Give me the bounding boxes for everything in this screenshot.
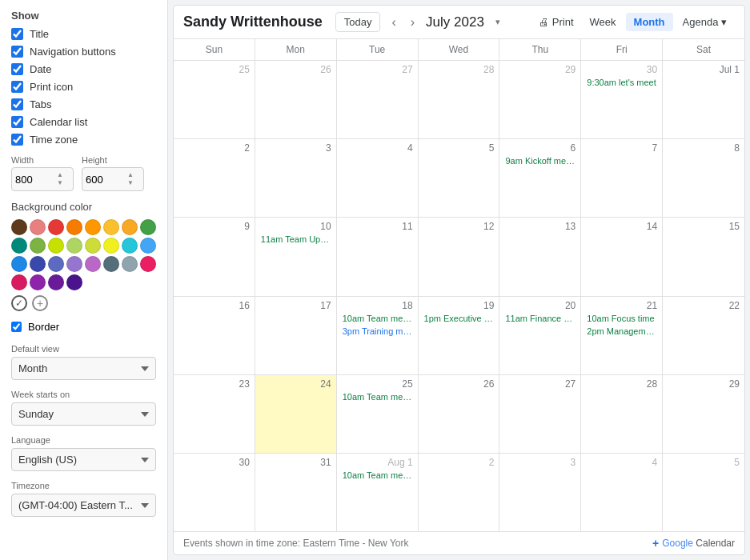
calendar-day-4-3[interactable]: 26	[419, 375, 500, 453]
calendar-day-5-3[interactable]: 2	[419, 454, 500, 531]
calendar-day-2-0[interactable]: 9	[174, 218, 255, 295]
border-checkbox[interactable]	[11, 322, 22, 332]
checkbox-label-tabs[interactable]: Tabs	[30, 98, 51, 110]
checkbox-tabs[interactable]	[11, 98, 23, 110]
color-swatch-3[interactable]	[66, 219, 82, 235]
event-3-2-0[interactable]: 10am Team meeting	[340, 313, 415, 324]
calendar-day-5-0[interactable]: 30	[174, 454, 255, 531]
calendar-day-4-1[interactable]: 24	[255, 375, 337, 453]
calendar-day-2-5[interactable]: 14	[581, 218, 663, 295]
prev-month-button[interactable]: ‹	[388, 14, 399, 31]
calendar-day-2-2[interactable]: 11	[337, 218, 419, 295]
calendar-day-4-5[interactable]: 28	[581, 375, 663, 453]
width-input[interactable]	[15, 174, 55, 186]
calendar-day-4-2[interactable]: 2510am Team meeting	[337, 375, 419, 453]
color-swatch-23[interactable]	[140, 256, 156, 272]
color-swatch-2[interactable]	[48, 219, 64, 235]
color-swatch-24[interactable]	[11, 274, 27, 290]
event-0-5-0[interactable]: 9:30am let's meet	[584, 77, 659, 88]
calendar-day-0-2[interactable]: 27	[337, 61, 419, 138]
color-swatch-13[interactable]	[103, 238, 119, 254]
calendar-day-3-6[interactable]: 22	[663, 297, 744, 374]
timezone-select[interactable]: (GMT-04:00) Eastern T...	[11, 494, 156, 517]
checkbox-label-nav-buttons[interactable]: Navigation buttons	[30, 46, 116, 58]
color-swatch-9[interactable]	[30, 238, 46, 254]
checkbox-nav-buttons[interactable]	[11, 46, 23, 58]
border-label[interactable]: Border	[28, 321, 59, 333]
checkbox-label-title[interactable]: Title	[30, 28, 49, 40]
agenda-view-button[interactable]: Agenda ▾	[675, 13, 735, 31]
calendar-day-0-6[interactable]: Jul 1	[663, 61, 744, 138]
event-3-5-1[interactable]: 2pm Management m	[584, 326, 659, 337]
week-view-button[interactable]: Week	[582, 13, 624, 31]
color-swatch-8[interactable]	[11, 238, 27, 254]
calendar-day-1-1[interactable]: 3	[255, 139, 337, 217]
calendar-day-1-0[interactable]: 2	[174, 139, 255, 217]
calendar-day-2-4[interactable]: 13	[499, 218, 581, 295]
default-view-select[interactable]: Month	[11, 357, 156, 380]
month-year-dropdown[interactable]: ▾	[495, 17, 500, 27]
event-3-3-0[interactable]: 1pm Executive meet	[422, 313, 496, 324]
event-3-4-0[interactable]: 11am Finance call	[503, 313, 577, 324]
color-swatch-5[interactable]	[103, 219, 119, 235]
calendar-day-2-1[interactable]: 1011am Team Update	[255, 218, 337, 295]
checkbox-date[interactable]	[11, 63, 23, 75]
event-4-2-0[interactable]: 10am Team meeting	[340, 391, 415, 402]
event-3-5-0[interactable]: 10am Focus time	[584, 313, 659, 324]
checkbox-time-zone[interactable]	[11, 134, 23, 146]
color-swatch-26[interactable]	[48, 274, 64, 290]
color-swatch-27[interactable]	[66, 274, 82, 290]
height-spinners[interactable]: ▲ ▼	[127, 171, 134, 188]
calendar-day-4-4[interactable]: 27	[499, 375, 581, 453]
color-swatch-17[interactable]	[30, 256, 46, 272]
week-starts-select[interactable]: Sunday	[11, 402, 156, 426]
color-swatch-14[interactable]	[122, 238, 138, 254]
color-swatch-6[interactable]	[122, 219, 138, 235]
calendar-day-4-0[interactable]: 23	[174, 375, 255, 453]
calendar-day-4-6[interactable]: 29	[663, 375, 744, 453]
color-swatch-21[interactable]	[103, 256, 119, 272]
calendar-day-0-5[interactable]: 309:30am let's meet	[581, 61, 663, 138]
calendar-day-1-4[interactable]: 69am Kickoff meeting	[499, 139, 581, 217]
checkbox-label-date[interactable]: Date	[30, 63, 51, 75]
calendar-day-0-3[interactable]: 28	[419, 61, 500, 138]
calendar-day-3-5[interactable]: 2110am Focus time2pm Management m	[581, 297, 663, 374]
calendar-day-5-5[interactable]: 4	[581, 454, 663, 531]
height-up-arrow[interactable]: ▲	[127, 171, 134, 179]
width-spinners[interactable]: ▲ ▼	[57, 171, 63, 188]
calendar-day-1-3[interactable]: 5	[419, 139, 500, 217]
month-view-button[interactable]: Month	[626, 13, 673, 31]
calendar-day-1-2[interactable]: 4	[337, 139, 419, 217]
calendar-day-3-1[interactable]: 17	[255, 297, 337, 374]
add-color-button[interactable]: +	[32, 295, 48, 311]
calendar-day-5-1[interactable]: 31	[255, 454, 337, 531]
calendar-day-0-4[interactable]: 29	[499, 61, 581, 138]
event-3-2-1[interactable]: 3pm Training meetin	[340, 326, 415, 337]
color-swatch-25[interactable]	[30, 274, 46, 290]
check-circle-icon[interactable]: ✓	[11, 295, 27, 311]
calendar-day-3-4[interactable]: 2011am Finance call	[499, 297, 581, 374]
print-button[interactable]: 🖨 Print	[532, 13, 580, 31]
checkbox-calendar-list[interactable]	[11, 116, 23, 128]
color-swatch-16[interactable]	[11, 256, 27, 272]
today-button[interactable]: Today	[335, 12, 381, 32]
calendar-day-3-0[interactable]: 16	[174, 297, 255, 374]
color-swatch-11[interactable]	[66, 238, 82, 254]
checkbox-label-print-icon[interactable]: Print icon	[30, 81, 73, 93]
calendar-day-5-2[interactable]: Aug 110am Team meeting	[337, 454, 419, 531]
color-swatch-4[interactable]	[85, 219, 101, 235]
color-swatch-0[interactable]	[11, 219, 27, 235]
color-swatch-20[interactable]	[85, 256, 101, 272]
color-swatch-12[interactable]	[85, 238, 101, 254]
checkbox-label-time-zone[interactable]: Time zone	[30, 134, 78, 146]
calendar-day-3-2[interactable]: 1810am Team meeting3pm Training meetin	[337, 297, 419, 374]
event-5-2-0[interactable]: 10am Team meeting	[340, 470, 415, 481]
color-swatch-19[interactable]	[66, 256, 82, 272]
calendar-day-2-6[interactable]: 15	[663, 218, 744, 295]
language-select[interactable]: English (US)	[11, 448, 156, 471]
height-down-arrow[interactable]: ▼	[127, 179, 134, 187]
width-up-arrow[interactable]: ▲	[57, 171, 63, 179]
calendar-day-5-4[interactable]: 3	[499, 454, 581, 531]
calendar-day-3-3[interactable]: 191pm Executive meet	[419, 297, 500, 374]
calendar-day-1-6[interactable]: 8	[663, 139, 744, 217]
